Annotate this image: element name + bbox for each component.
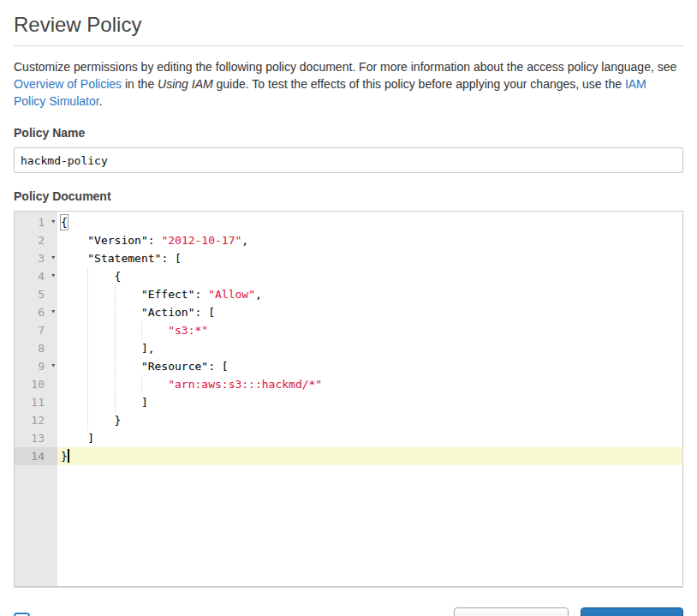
gutter-cell: 6▾: [15, 303, 57, 321]
fold-arrow-icon[interactable]: ▾: [51, 356, 56, 374]
code-line[interactable]: {: [57, 267, 682, 285]
text-cursor: [68, 449, 69, 463]
indent-guide: [115, 285, 141, 303]
indent-guide: [115, 339, 141, 357]
indent-guide: [115, 321, 141, 339]
token-plain: }: [61, 450, 68, 463]
line-number: 14: [31, 450, 45, 463]
token-key: "Statement": [87, 252, 161, 265]
indent-guide: [87, 285, 114, 303]
gutter-cell: 2: [15, 231, 57, 249]
token-plain: {: [115, 270, 122, 283]
line-number: 4: [38, 270, 45, 283]
gutter-cell: 13: [15, 429, 57, 447]
title-divider: [14, 45, 683, 46]
indent-guide: [61, 357, 87, 375]
indent-guide: [61, 411, 87, 429]
apply-policy-button[interactable]: Apply Policy: [581, 607, 683, 616]
token-string: "arn:aws:s3:::hackmd/*": [168, 378, 322, 391]
indent-guide: [61, 303, 87, 321]
token-plain: : [: [161, 252, 181, 265]
code-line[interactable]: ],: [57, 339, 682, 357]
fold-arrow-icon[interactable]: ▾: [51, 266, 56, 284]
indent-guide: [115, 393, 141, 411]
line-number: 5: [38, 288, 45, 301]
indent-guide: [61, 321, 87, 339]
indent-guide: [87, 357, 114, 375]
description-text: in the: [122, 77, 158, 91]
line-number: 8: [38, 342, 45, 355]
indent-guide: [141, 375, 168, 393]
policy-document-label: Policy Document: [14, 189, 683, 203]
code-line[interactable]: "Statement": [: [57, 249, 682, 267]
token-plain: :: [195, 288, 209, 301]
overview-of-policies-link[interactable]: Overview of Policies: [14, 77, 122, 91]
token-plain: ]: [87, 432, 94, 445]
indent-guide: [87, 267, 114, 285]
indent-guide: [61, 267, 87, 285]
token-key: "Action": [141, 306, 195, 319]
page-title: Review Policy: [14, 13, 683, 37]
gutter-cell: 9▾: [15, 357, 57, 375]
gutter-cell: 1▾: [15, 213, 57, 231]
policy-editor[interactable]: 1▾23▾4▾56▾789▾1011121314 {"Version": "20…: [14, 211, 683, 588]
indent-guide: [61, 285, 87, 303]
indent-guide: [87, 339, 114, 357]
indent-guide: [87, 321, 114, 339]
line-number: 10: [31, 378, 45, 391]
fold-arrow-icon[interactable]: ▾: [51, 302, 56, 320]
gutter-cell: 4▾: [15, 267, 57, 285]
autoformat-option[interactable]: Use autoformatting for policy editing: [14, 613, 229, 616]
description-text: .: [99, 94, 103, 108]
token-plain: ,: [241, 234, 248, 247]
indent-guide: [61, 393, 87, 411]
editor-gutter: 1▾23▾4▾56▾789▾1011121314: [15, 212, 57, 586]
editor-code[interactable]: {"Version": "2012-10-17","Statement": [{…: [57, 212, 682, 586]
line-number: 13: [31, 432, 45, 445]
indent-guide: [87, 375, 114, 393]
line-number: 7: [38, 324, 45, 337]
policy-name-input[interactable]: [14, 147, 683, 173]
line-number: 6: [38, 306, 45, 319]
token-string: "2012-10-17": [161, 234, 241, 247]
fold-arrow-icon[interactable]: ▾: [51, 248, 56, 266]
line-number: 3: [38, 252, 45, 265]
line-number: 1: [38, 216, 45, 229]
gutter-cell: 8: [15, 339, 57, 357]
line-number: 12: [31, 414, 45, 427]
code-line[interactable]: "Action": [: [57, 303, 682, 321]
code-line[interactable]: "Resource": [: [57, 357, 682, 375]
token-plain: : [: [195, 306, 215, 319]
token-plain: }: [115, 414, 122, 427]
code-line[interactable]: }: [57, 411, 682, 429]
code-line[interactable]: ]: [57, 393, 682, 411]
gutter-cell: 3▾: [15, 249, 57, 267]
token-key: "Version": [87, 234, 147, 247]
validate-policy-button[interactable]: Validate Policy: [454, 607, 569, 616]
code-line[interactable]: }: [57, 447, 682, 465]
code-line[interactable]: ]: [57, 429, 682, 447]
gutter-cell: 12: [15, 411, 57, 429]
policy-name-label: Policy Name: [14, 126, 683, 140]
code-line[interactable]: "arn:aws:s3:::hackmd/*": [57, 375, 682, 393]
review-policy-page: Review Policy Customize permissions by e…: [0, 13, 697, 616]
token-string: "s3:*": [168, 324, 208, 337]
fold-arrow-icon[interactable]: ▾: [51, 212, 56, 230]
action-buttons: Cancel Validate Policy Apply Policy: [394, 607, 683, 616]
token-key: "Effect": [141, 288, 195, 301]
line-number: 9: [38, 360, 45, 373]
code-line[interactable]: "Effect": "Allow",: [57, 285, 682, 303]
token-key: "Resource": [141, 360, 208, 373]
code-line[interactable]: "Version": "2012-10-17",: [57, 231, 682, 249]
line-number: 2: [38, 234, 45, 247]
footer-bar: Use autoformatting for policy editing Ca…: [14, 607, 683, 616]
indent-guide: [115, 303, 141, 321]
autoformat-checkbox[interactable]: [14, 613, 30, 616]
gutter-cell: 14: [15, 447, 57, 465]
code-line[interactable]: "s3:*": [57, 321, 682, 339]
token-brace-match: {: [60, 214, 69, 230]
gutter-cell: 5: [15, 285, 57, 303]
token-plain: :: [148, 234, 162, 247]
italic-text: Using IAM: [158, 77, 213, 91]
code-line[interactable]: {: [57, 213, 682, 231]
